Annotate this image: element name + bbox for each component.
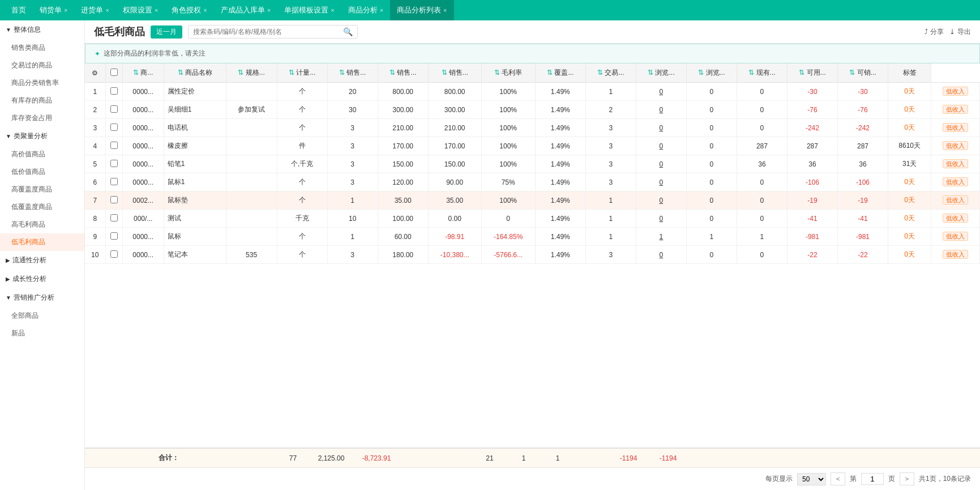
col-qty[interactable]: ⇅ 销售... (327, 63, 378, 83)
row-trade[interactable]: 0 (636, 155, 686, 173)
sidebar-item-low-coverage[interactable]: 低覆盖度商品 (0, 198, 84, 216)
row-checkbox[interactable] (105, 191, 122, 210)
nav-purchase[interactable]: 进货单 × (74, 0, 115, 20)
row-price1: 35.00 (378, 191, 428, 210)
next-page-button[interactable]: ＞ (900, 472, 914, 485)
col-rate[interactable]: ⇅ 毛利率 (481, 63, 535, 83)
table-row: 3 0000... 电话机 个 3 210.00 210.00 100% 1.4… (85, 119, 980, 137)
sidebar-group-marketing[interactable]: ▼ 营销推广分析 (0, 288, 84, 307)
sidebar-item-high-coverage[interactable]: 高覆盖度商品 (0, 181, 84, 198)
sidebar-item-low-value[interactable]: 低价值商品 (0, 163, 84, 181)
prev-page-button[interactable]: ＜ (831, 472, 845, 485)
page-number-input[interactable] (861, 473, 884, 485)
col-price1[interactable]: ⇅ 销售... (378, 63, 428, 83)
sidebar-item-category-rate[interactable]: 商品分类销售率 (0, 74, 84, 92)
row-trade[interactable]: 0 (636, 246, 686, 264)
data-table-container: ⚙ ⇅ 商... ⇅ 商品名称 ⇅ 规格... ⇅ 计量... ⇅ 销售... … (85, 63, 980, 448)
sidebar-group-cluster[interactable]: ▼ 类聚量分析 (0, 127, 84, 146)
sidebar-item-low-gross[interactable]: 低毛利商品 (0, 233, 84, 251)
nav-template-close[interactable]: × (331, 7, 334, 14)
select-all-checkbox[interactable] (110, 69, 118, 76)
nav-template[interactable]: 单据模板设置 × (277, 0, 341, 20)
row-checkbox[interactable] (105, 83, 122, 101)
search-icon[interactable]: 🔍 (343, 27, 353, 36)
row-checkbox[interactable] (105, 155, 122, 173)
col-code[interactable]: ⇅ 商... (122, 63, 164, 83)
row-trade[interactable]: 0 (636, 83, 686, 101)
row-trade[interactable]: 0 (636, 210, 686, 228)
nav-analysis-close[interactable]: × (380, 7, 383, 14)
footer-price1: 2,125.00 (309, 454, 354, 462)
nav-products-in-close[interactable]: × (267, 7, 271, 14)
nav-analysis[interactable]: 商品分析 × (341, 0, 390, 20)
row-checkbox[interactable] (105, 119, 122, 137)
nav-permissions[interactable]: 权限设置 × (116, 0, 165, 20)
col-trade[interactable]: ⇅ 交易... (585, 63, 636, 83)
nav-products-in[interactable]: 产成品入库单 × (214, 0, 277, 20)
row-browse2: 0 (737, 83, 787, 101)
sidebar-group-flow[interactable]: ▶ 流通性分析 (0, 251, 84, 270)
col-unit[interactable]: ⇅ 计量... (277, 63, 327, 83)
col-coverage[interactable]: ⇅ 覆盖... (535, 63, 585, 83)
row-checkbox[interactable] (105, 137, 122, 155)
total-label: 共1页，10条记录 (919, 474, 971, 484)
row-num: 10 (85, 246, 105, 264)
search-box[interactable]: 🔍 (188, 25, 358, 39)
sidebar-item-sales-goods[interactable]: 销售类商品 (0, 39, 84, 57)
row-checkbox[interactable] (105, 246, 122, 264)
col-settings[interactable]: ⚙ (85, 63, 105, 83)
row-checkbox[interactable] (105, 101, 122, 119)
col-stock2[interactable]: ⇅ 可用... (787, 63, 837, 83)
col-stock1[interactable]: ⇅ 现有... (737, 63, 787, 83)
row-stock1: 36 (787, 155, 837, 173)
sidebar-item-high-gross[interactable]: 高毛利商品 (0, 216, 84, 233)
row-price2: 35.00 (428, 191, 481, 210)
nav-analysis-list[interactable]: 商品分析列表 × (390, 0, 453, 20)
sidebar-item-traded-goods[interactable]: 交易过的商品 (0, 57, 84, 74)
sidebar-group-growth[interactable]: ▶ 成长性分析 (0, 270, 84, 288)
col-price2[interactable]: ⇅ 销售... (428, 63, 481, 83)
row-trade[interactable]: 0 (636, 119, 686, 137)
col-name[interactable]: ⇅ 商品名称 (164, 63, 226, 83)
filter-month-button[interactable]: 近一月 (151, 25, 182, 39)
nav-sales-close[interactable]: × (64, 7, 67, 14)
col-browse1[interactable]: ⇅ 浏览... (636, 63, 686, 83)
row-browse1: 0 (686, 173, 737, 191)
sidebar-item-in-stock[interactable]: 有库存的商品 (0, 92, 84, 109)
row-trade[interactable]: 0 (636, 137, 686, 155)
nav-sales[interactable]: 销货单 × (33, 0, 74, 20)
row-spec (226, 191, 277, 210)
row-trade[interactable]: 0 (636, 173, 686, 191)
nav-analysis-list-close[interactable]: × (443, 7, 447, 14)
page-size-select[interactable]: 50 100 200 (797, 473, 826, 485)
sidebar-group-overall[interactable]: ▼ 整体信息 (0, 20, 84, 39)
nav-roles[interactable]: 角色授权 × (165, 0, 213, 20)
top-navigation: 首页 销货单 × 进货单 × 权限设置 × 角色授权 × 产成品入库单 × 单据… (0, 0, 980, 20)
col-spec[interactable]: ⇅ 规格... (226, 63, 277, 83)
col-tag[interactable]: 标签 (888, 63, 931, 83)
col-days[interactable]: ⇅ 可销... (837, 63, 888, 83)
row-code: 0000... (122, 155, 164, 173)
search-input[interactable] (193, 28, 343, 36)
share-button[interactable]: ⤴ 分享 (925, 27, 944, 37)
row-tag: 低收入 (931, 155, 980, 173)
nav-purchase-close[interactable]: × (105, 7, 109, 14)
row-checkbox[interactable] (105, 228, 122, 246)
sidebar-item-all-goods[interactable]: 全部商品 (0, 307, 84, 325)
row-price1: 120.00 (378, 173, 428, 191)
nav-home[interactable]: 首页 (5, 0, 33, 20)
col-browse2[interactable]: ⇅ 浏览... (686, 63, 737, 83)
nav-permissions-close[interactable]: × (155, 7, 158, 14)
row-checkbox[interactable] (105, 173, 122, 191)
row-trade[interactable]: 0 (636, 101, 686, 119)
col-checkbox[interactable] (105, 63, 122, 83)
sidebar-item-high-value[interactable]: 高价值商品 (0, 146, 84, 163)
nav-roles-close[interactable]: × (203, 7, 207, 14)
row-checkbox[interactable] (105, 210, 122, 228)
row-trade[interactable]: 0 (636, 191, 686, 210)
export-button[interactable]: ⤓ 导出 (949, 27, 971, 37)
sidebar-item-capital[interactable]: 库存资金占用 (0, 109, 84, 127)
sidebar-item-new-goods[interactable]: 新品 (0, 325, 84, 342)
row-trade[interactable]: 1 (636, 228, 686, 246)
sort-icon-s2: ⇅ (799, 69, 804, 76)
